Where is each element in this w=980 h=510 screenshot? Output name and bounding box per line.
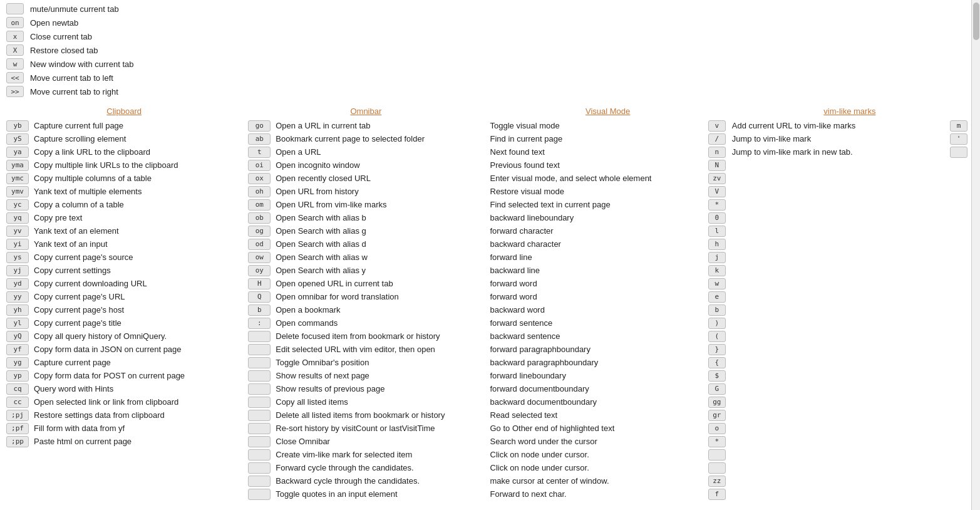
key-badge: go — [248, 120, 271, 132]
list-item: Previous found textN — [490, 159, 726, 171]
list-item: forward linej — [490, 251, 726, 263]
key-badge: on — [6, 17, 24, 28]
list-item: yQCopy all query history of OmniQuery. — [6, 330, 242, 342]
key-badge: yy — [6, 291, 29, 303]
omnibar-column: Omnibar goOpen a URL in current tababBoo… — [248, 107, 490, 504]
key-badge: ymv — [6, 186, 29, 197]
shortcut-desc: forward documentboundary — [490, 384, 708, 393]
key-badge: yj — [6, 265, 29, 276]
key-badge: zv — [708, 173, 726, 184]
list-item: Create vim-like mark for selected item — [248, 449, 483, 461]
shortcut-desc: forward sentence — [490, 318, 708, 328]
shortcut-desc: Toggle visual mode — [490, 121, 708, 130]
shortcut-desc: backward line — [490, 266, 708, 275]
list-item: Restore visual modeV — [490, 185, 726, 197]
list-item: yqCopy pre text — [6, 212, 242, 224]
list-item: omOpen URL from vim-like marks — [248, 199, 483, 211]
key-badge — [248, 449, 271, 461]
key-badge: $ — [708, 370, 726, 382]
list-item: backward paragraphboundary{ — [490, 356, 726, 368]
scrollbar[interactable] — [971, 0, 980, 510]
list-item: backward lineboundary0 — [490, 212, 726, 224]
key-badge: Q — [248, 291, 271, 303]
key-badge: G — [708, 383, 726, 395]
list-item: forward worde — [490, 291, 726, 303]
shortcut-desc: Open a URL — [276, 147, 483, 157]
list-item: Show results of previous page — [248, 383, 483, 395]
shortcut-desc: Open newtab — [30, 18, 78, 28]
key-badge: ab — [248, 133, 271, 145]
key-badge — [248, 489, 271, 500]
shortcut-desc: Open Search with alias d — [276, 239, 483, 249]
key-badge: e — [708, 291, 726, 303]
shortcut-desc: Copy form data in JSON on current page — [34, 345, 242, 354]
list-item: ylCopy current page's title — [6, 317, 242, 329]
key-badge: ;pf — [6, 423, 29, 434]
list-item: bOpen a bookmark — [248, 304, 483, 316]
list-item: oiOpen incognito window — [248, 159, 483, 171]
shortcut-desc: Open Search with alias w — [276, 252, 483, 262]
shortcut-desc: Next found text — [490, 147, 708, 157]
list-item: HOpen opened URL in current tab — [248, 278, 483, 289]
key-badge: / — [708, 133, 726, 145]
list-item: ysCopy current page's source — [6, 251, 242, 263]
top-shortcut-row: mute/unmute current tab — [6, 3, 974, 15]
list-item: odOpen Search with alias d — [248, 238, 483, 250]
list-item: backward wordb — [490, 304, 726, 316]
list-item: goOpen a URL in current tab — [248, 120, 483, 132]
shortcut-desc: Yank text of multiple elements — [34, 187, 242, 196]
key-badge: ya — [6, 147, 29, 158]
main-content: mute/unmute current tabonOpen newtabxClo… — [0, 0, 980, 510]
list-item: abBookmark current page to selected fold… — [248, 133, 483, 145]
key-badge: yc — [6, 199, 29, 211]
key-badge: yma — [6, 160, 29, 171]
list-item: Find selected text in current page* — [490, 199, 726, 211]
shortcut-desc: forward character — [490, 226, 708, 236]
shortcut-desc: Delete all listed items from bookmark or… — [276, 410, 483, 420]
key-badge: } — [708, 344, 726, 355]
key-badge: ;pj — [6, 410, 29, 421]
shortcut-desc: Enter visual mode, and select whole elem… — [490, 174, 708, 183]
key-badge: >> — [6, 86, 24, 97]
key-badge — [950, 147, 967, 158]
list-item: ;pfFill form with data from yf — [6, 422, 242, 434]
shortcut-desc: Go to Other end of highlighted text — [490, 424, 708, 433]
list-item: yfCopy form data in JSON on current page — [6, 343, 242, 355]
shortcut-desc: Copy multiple link URLs to the clipboard — [34, 160, 242, 170]
shortcut-desc: Copy all listed items — [276, 397, 483, 407]
visual-mode-column: Visual Mode Toggle visual modevFind in c… — [490, 107, 732, 504]
shortcut-desc: Open selected link or link from clipboar… — [34, 397, 242, 407]
key-badge: w — [6, 58, 24, 70]
key-badge: x — [6, 31, 24, 42]
key-badge: n — [708, 147, 726, 158]
shortcut-desc: forward lineboundary — [490, 371, 708, 380]
key-badge — [6, 3, 24, 14]
key-badge: { — [708, 357, 726, 368]
key-badge — [248, 357, 271, 368]
key-badge: yf — [6, 344, 29, 355]
key-badge: yh — [6, 304, 29, 316]
key-badge: o — [708, 423, 726, 434]
shortcut-desc: Jump to vim-like mark in new tab. — [732, 147, 950, 157]
list-item: ydCopy current downloading URL — [6, 278, 242, 289]
shortcut-desc: Open recently closed URL — [276, 174, 483, 183]
list-item: forward lineboundary$ — [490, 370, 726, 382]
list-item: obOpen Search with alias b — [248, 212, 483, 224]
list-item: yvYank text of an element — [6, 225, 242, 237]
visual-mode-header: Visual Mode — [490, 107, 726, 116]
key-badge — [708, 462, 726, 474]
key-badge: yb — [6, 120, 29, 132]
list-item: oyOpen Search with alias y — [248, 264, 483, 276]
key-badge: t — [248, 147, 271, 158]
shortcut-desc: Copy form data for POST on current page — [34, 371, 242, 380]
shortcut-desc: Copy current settings — [34, 266, 242, 275]
key-badge: yd — [6, 278, 29, 289]
vim-marks-column: vim-like marks Add current URL to vim-li… — [732, 107, 974, 504]
shortcut-desc: Open URL from vim-like marks — [276, 200, 483, 209]
omnibar-header: Omnibar — [248, 107, 483, 116]
shortcut-desc: Open incognito window — [276, 160, 483, 170]
list-item: cqQuery word with Hints — [6, 383, 242, 395]
list-item: Jump to vim-like mark' — [732, 133, 967, 145]
scrollbar-thumb[interactable] — [973, 3, 979, 40]
key-badge: yv — [6, 226, 29, 237]
